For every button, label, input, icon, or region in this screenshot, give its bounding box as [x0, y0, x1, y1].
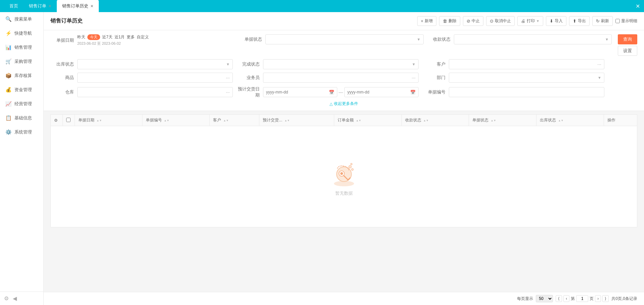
goods-input-wrap[interactable]: ···	[77, 73, 233, 83]
customer-input[interactable]	[452, 62, 597, 67]
sort-icon-bill-no[interactable]: ▲▼	[164, 119, 169, 122]
date-opt-today[interactable]: 今天	[87, 34, 100, 40]
outbound-status-input[interactable]	[80, 62, 226, 67]
stop-button[interactable]: ⊘ 中止	[463, 16, 483, 26]
table-col-receipt-status[interactable]: 收款状态 ▲▼	[401, 115, 469, 126]
department-input[interactable]	[452, 75, 598, 80]
tab-sales-order-history-close[interactable]: ✕	[90, 4, 93, 8]
refresh-button[interactable]: ↻ 刷新	[592, 16, 613, 26]
department-input-wrap[interactable]: ▼	[449, 73, 604, 83]
goods-input[interactable]	[80, 75, 226, 80]
table-col-outbound-status[interactable]: 出库状态 ▲▼	[536, 115, 604, 126]
salesperson-input[interactable]	[266, 75, 412, 80]
sort-icon-receipt-status[interactable]: ▲▼	[423, 119, 429, 122]
salesperson-input-wrap[interactable]: ···	[263, 73, 419, 83]
sidebar-item-search-menu[interactable]: 🔍 搜索菜单	[0, 12, 43, 26]
tab-sales-order[interactable]: 销售订单 ✕	[24, 0, 57, 12]
bill-status-arrow[interactable]: ▼	[417, 37, 421, 41]
table-col-bill-date[interactable]: 单据日期 ▲▼	[75, 115, 142, 126]
sidebar-item-capital-mgmt[interactable]: 💰 资金管理	[0, 83, 43, 97]
sort-icon-bill-date[interactable]: ▲▼	[96, 119, 102, 122]
page-size-select[interactable]: 50 10 20 100	[536, 295, 553, 302]
sort-icon-expected-delivery[interactable]: ▲▼	[285, 119, 290, 122]
export-button[interactable]: ⬆ 导出	[569, 16, 590, 26]
delete-button[interactable]: 🗑 删除	[439, 16, 460, 26]
sidebar-item-operations-mgmt[interactable]: 📈 经营管理	[0, 97, 43, 111]
page-input[interactable]	[576, 295, 588, 302]
calendar-end-icon[interactable]: 📅	[410, 90, 416, 95]
sidebar-item-sales-mgmt[interactable]: 📊 销售管理	[0, 40, 43, 54]
sidebar-item-sys-mgmt[interactable]: ⚙️ 系统管理	[0, 125, 43, 139]
receipt-status-input-wrap[interactable]: ▼	[454, 34, 612, 44]
sidebar-collapse-icon[interactable]: ◀	[13, 295, 17, 302]
sidebar-item-basic-info[interactable]: 📋 基础信息	[0, 111, 43, 125]
date-opt-7days[interactable]: 近7天	[102, 34, 113, 40]
delivery-start-input[interactable]: 📅	[263, 87, 337, 97]
print-button[interactable]: 🖨 打印 ▼	[517, 16, 543, 26]
tab-home[interactable]: 首页	[4, 0, 24, 12]
table-col-bill-no[interactable]: 单据编号 ▲▼	[142, 115, 210, 126]
outbound-status-input-wrap[interactable]: ▼	[77, 59, 233, 69]
customer-dots[interactable]: ···	[597, 62, 601, 67]
cancel-stop-button[interactable]: ⊙ 取消中止	[486, 16, 515, 26]
receipt-status-input[interactable]	[457, 37, 605, 42]
table-col-bill-status[interactable]: 单据状态 ▲▼	[469, 115, 536, 126]
table-col-settings[interactable]: ⚙	[51, 115, 63, 126]
collapse-bar[interactable]: △ 收起更多条件	[50, 101, 637, 107]
table-col-customer[interactable]: 客户 ▲▼	[210, 115, 259, 126]
query-button[interactable]: 查询	[618, 34, 637, 44]
table-col-expected-delivery[interactable]: 预计交货... ▲▼	[259, 115, 334, 126]
page-title: 销售订单历史	[50, 17, 83, 25]
date-opt-custom[interactable]: 自定义	[137, 34, 149, 40]
page-prev-button[interactable]: ‹	[563, 295, 569, 302]
completion-status-input[interactable]	[266, 62, 412, 67]
date-opt-more[interactable]: 更多	[127, 34, 135, 40]
department-filter: 部门 ▼	[422, 73, 604, 83]
table-check-all[interactable]	[66, 118, 71, 122]
bill-status-input-wrap[interactable]: ▼	[265, 34, 423, 44]
delivery-end-input[interactable]: 📅	[344, 87, 419, 97]
tab-sales-order-history[interactable]: 销售订单历史 ✕	[57, 0, 99, 12]
page-first-button[interactable]: ⟨	[556, 295, 562, 302]
sidebar-item-quick-nav[interactable]: ⚡ 快捷导航	[0, 26, 43, 40]
page-next-button[interactable]: ›	[595, 295, 601, 302]
receipt-status-arrow[interactable]: ▼	[605, 37, 609, 41]
topbar-close-icon[interactable]: ✕	[636, 3, 640, 9]
tab-sales-order-close[interactable]: ✕	[48, 4, 51, 8]
add-button[interactable]: + 新增	[417, 16, 437, 26]
sort-icon-order-amount[interactable]: ▲▼	[356, 119, 361, 122]
date-opt-yesterday[interactable]: 昨天	[77, 34, 85, 40]
department-arrow[interactable]: ▼	[598, 76, 601, 80]
sort-icon-bill-status[interactable]: ▲▼	[491, 119, 496, 122]
import-button[interactable]: ⬇ 导入	[546, 16, 566, 26]
warehouse-input-wrap[interactable]: ···	[77, 87, 233, 97]
completion-status-input-wrap[interactable]: ▼	[263, 59, 419, 69]
delivery-start-field[interactable]	[266, 90, 328, 94]
salesperson-dots[interactable]: ···	[412, 75, 416, 80]
sidebar-settings-icon[interactable]: ⚙	[4, 295, 9, 302]
date-opt-1month[interactable]: 近1月	[115, 34, 125, 40]
purchase-mgmt-icon: 🛒	[5, 59, 12, 65]
table-col-check[interactable]	[63, 115, 75, 126]
bill-no-input-wrap[interactable]	[449, 87, 604, 97]
calendar-start-icon[interactable]: 📅	[329, 90, 334, 95]
sort-icon-outbound-status[interactable]: ▲▼	[558, 119, 563, 122]
display-toggle[interactable]: 显示明细	[615, 18, 637, 24]
outbound-status-arrow[interactable]: ▼	[226, 62, 230, 66]
table-settings-icon[interactable]: ⚙	[54, 118, 58, 123]
page-last-button[interactable]: ⟩	[602, 295, 609, 302]
warehouse-dots[interactable]: ···	[226, 89, 230, 95]
goods-dots[interactable]: ···	[226, 75, 230, 80]
customer-input-wrap[interactable]: ···	[449, 59, 604, 69]
completion-status-arrow[interactable]: ▼	[412, 62, 416, 66]
warehouse-input[interactable]	[80, 90, 226, 94]
table-col-order-amount[interactable]: 订单金额 ▲▼	[334, 115, 402, 126]
sidebar-item-inventory-calc[interactable]: 📦 库存核算	[0, 69, 43, 83]
bill-status-input[interactable]	[268, 37, 417, 42]
delivery-end-field[interactable]	[347, 90, 409, 94]
settings-button[interactable]: 设置	[618, 46, 637, 56]
sort-icon-customer[interactable]: ▲▼	[223, 119, 229, 122]
sidebar-item-purchase-mgmt[interactable]: 🛒 采购管理	[0, 54, 43, 69]
display-toggle-checkbox[interactable]	[615, 19, 620, 23]
bill-no-input[interactable]	[452, 90, 601, 94]
